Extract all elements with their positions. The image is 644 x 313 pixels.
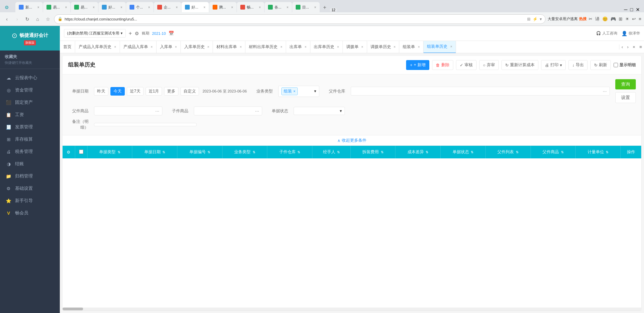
sidebar-item-inventory[interactable]: ⊞ 库存核算: [0, 133, 60, 145]
sidebar-item-cloud-report[interactable]: ☁ 云报表中心: [0, 72, 60, 84]
close-button[interactable]: ✕: [636, 7, 640, 12]
back-button[interactable]: ‹: [3, 15, 11, 23]
nav-tab-close[interactable]: ×: [175, 45, 177, 49]
sidebar-favorites[interactable]: 收藏夹 快捷键打开收藏夹: [0, 51, 60, 69]
table-checkbox-th[interactable]: [75, 146, 87, 158]
col-parent-goods[interactable]: 父件商品 ⇅: [531, 146, 576, 158]
translate-icon[interactable]: 译: [595, 16, 600, 22]
browser-tab-8[interactable]: 腾... ×: [209, 2, 237, 12]
child-goods-input[interactable]: ···: [194, 106, 262, 115]
col-date[interactable]: 单据日期 ⇅: [132, 146, 177, 158]
today-btn[interactable]: 今天: [110, 87, 125, 96]
sidebar-item-settlement[interactable]: ◑ 结账: [0, 158, 60, 170]
nav-tab-assemble[interactable]: 组装单 ×: [399, 41, 424, 53]
browser-tab-6[interactable]: 企... ×: [154, 2, 181, 12]
browser-tab-7[interactable]: 好... ×: [182, 2, 209, 12]
nav-tab-close[interactable]: ×: [207, 45, 210, 49]
recalculate-button[interactable]: ↻ 重新计算成本: [501, 60, 538, 70]
nav-tab-close[interactable]: ×: [337, 45, 339, 49]
parent-goods-input[interactable]: ···: [94, 106, 162, 115]
sidebar-item-archive[interactable]: 📁 归档管理: [0, 170, 60, 182]
address-bar[interactable]: 🔒 https://cloud.chanjet.com/accounting/u…: [54, 14, 546, 24]
nav-tab-close[interactable]: ×: [418, 45, 420, 49]
abandon-button[interactable]: ○ 弃审: [479, 60, 499, 70]
more-btn[interactable]: 更多: [164, 87, 178, 96]
export-button[interactable]: ↓ 导出: [568, 60, 588, 70]
sidebar-item-fund[interactable]: ◎ 资金管理: [0, 84, 60, 96]
qr-icon[interactable]: ⊞: [527, 17, 531, 22]
refresh-button[interactable]: ↻ 刷新: [590, 60, 611, 70]
browser-tab-9[interactable]: 畅... ×: [237, 2, 264, 12]
nav-tab-close[interactable]: ×: [151, 45, 153, 49]
show-detail-checkbox[interactable]: [614, 63, 618, 67]
1month-btn[interactable]: 近1月: [146, 87, 162, 96]
bookmark-button[interactable]: ☆: [44, 15, 52, 23]
settings-gear-icon[interactable]: ⚙: [135, 31, 139, 36]
home-browser-button[interactable]: ⌂: [33, 15, 42, 23]
tab-close-all[interactable]: ×: [631, 44, 638, 49]
sidebar-item-tax[interactable]: 🖨 税务管理: [0, 145, 60, 158]
horizontal-scrollbar[interactable]: [63, 308, 641, 310]
col-type[interactable]: 单据类型 ⇅: [87, 146, 132, 158]
calendar-icon[interactable]: 📅: [169, 31, 174, 36]
filter-settings-button[interactable]: 设置: [615, 92, 636, 103]
business-type-select[interactable]: 组装 × ▾: [278, 86, 319, 97]
nav-tab-close[interactable]: ×: [361, 45, 363, 49]
child-goods-dots[interactable]: ···: [255, 108, 259, 114]
add-button[interactable]: + + 新增: [406, 60, 429, 70]
sidebar-item-guide[interactable]: ⭐ 新手引导: [0, 195, 60, 207]
nav-tab-adjust[interactable]: 调拨单 ×: [343, 41, 367, 53]
nav-tab-close[interactable]: ×: [394, 45, 396, 49]
browser-tab-logo[interactable]: ⊙: [1, 2, 15, 12]
remark-input[interactable]: [94, 123, 197, 126]
7days-btn[interactable]: 近7天: [127, 87, 144, 96]
tabs-scroll-right[interactable]: ›: [625, 44, 630, 49]
nav-tab-adjust-hist[interactable]: 调拨单历史 ×: [367, 41, 400, 53]
game-icon[interactable]: 🎮: [611, 16, 616, 22]
browser-tab-5[interactable]: 个... ×: [126, 2, 153, 12]
browser-tab-4[interactable]: 好... ×: [98, 2, 126, 12]
nav-tab-assemble-hist[interactable]: 组装单历史 ×: [424, 41, 456, 53]
refresh-browser-button[interactable]: ↻: [23, 15, 31, 23]
col-unit[interactable]: 计量单位 ⇅: [576, 146, 621, 158]
col-doc-status[interactable]: 单据状态 ⇅: [441, 146, 486, 158]
forward-button[interactable]: ›: [13, 15, 21, 23]
user-info[interactable]: 👤 徐泽华: [621, 31, 640, 36]
parent-warehouse-input[interactable]: ···: [351, 87, 610, 96]
scissors-icon[interactable]: ✂: [589, 16, 592, 22]
sidebar-item-payroll[interactable]: 📋 工资: [0, 109, 60, 121]
parent-warehouse-dots[interactable]: ···: [603, 88, 607, 94]
grid-icon[interactable]: ⊞: [619, 16, 622, 22]
approve-button[interactable]: ✓ 审核: [456, 60, 477, 70]
tab-more-options[interactable]: ≡: [637, 44, 644, 49]
table-settings-th[interactable]: ⚙: [63, 146, 75, 158]
emoji-icon[interactable]: 😊: [602, 16, 608, 22]
brightness-icon[interactable]: ☀: [625, 16, 629, 22]
nav-tab-home[interactable]: 首页: [60, 41, 75, 53]
dropdown-icon[interactable]: ▾: [540, 17, 542, 22]
period-value[interactable]: 2021-10: [152, 31, 166, 35]
col-handler[interactable]: 经手人 ⇅: [312, 146, 351, 158]
nav-tab-material-out-hist[interactable]: 材料出库单历史 ×: [245, 41, 286, 53]
collapse-bar[interactable]: ∧ 收起更多条件: [63, 136, 641, 146]
nav-tab-close[interactable]: ×: [305, 45, 307, 49]
consultant-link[interactable]: 🎧 人工咨询: [596, 31, 617, 36]
parent-goods-dots[interactable]: ···: [155, 108, 159, 114]
nav-tab-in-order[interactable]: 入库单 ×: [157, 41, 181, 53]
print-button[interactable]: 🖨 打印 ▾: [541, 60, 566, 70]
sidebar-item-invoice[interactable]: 🧾 发票管理: [0, 121, 60, 133]
nav-tab-in-hist[interactable]: 入库单历史 ×: [181, 41, 213, 53]
nav-tab-produce-in-hist[interactable]: 产成品入库单历史 ×: [75, 41, 120, 53]
browser-tab-10[interactable]: 各... ×: [265, 2, 292, 12]
undo-icon[interactable]: ↩: [632, 16, 636, 22]
col-child-warehouse[interactable]: 子件仓库 ⇅: [267, 146, 312, 158]
col-number[interactable]: 单据编号 ⇅: [177, 146, 222, 158]
browser-tab-11[interactable]: 目... ×: [292, 2, 320, 12]
nav-tab-produce-in[interactable]: 产成品入库单 ×: [120, 41, 157, 53]
col-biz-type[interactable]: 业务类型 ⇅: [222, 146, 267, 158]
col-disassemble-fee[interactable]: 拆装费用 ⇅: [350, 146, 395, 158]
col-parent-list[interactable]: 父件列表 ⇅: [485, 146, 531, 158]
sidebar-item-fixed-assets[interactable]: ⬛ 固定资产: [0, 96, 60, 109]
menu-icon[interactable]: ≡: [639, 16, 641, 22]
nav-tab-close[interactable]: ×: [114, 45, 116, 49]
